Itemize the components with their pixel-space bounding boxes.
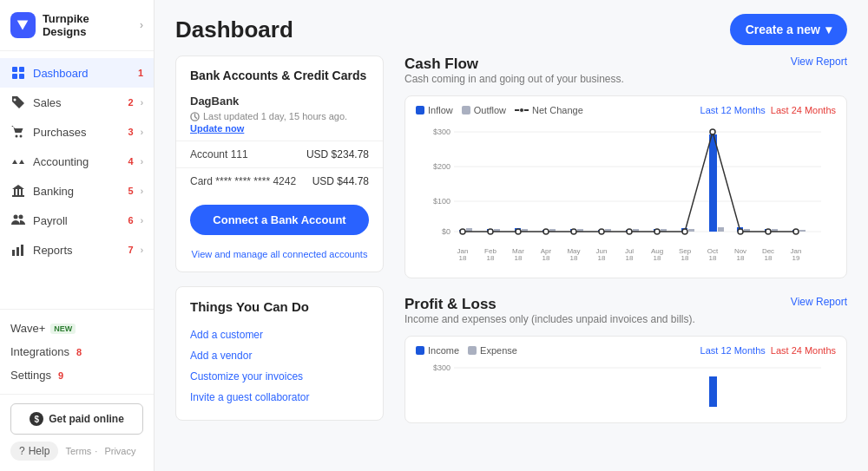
cashflow-view-report-link[interactable]: View Report: [791, 56, 847, 68]
svg-point-46: [460, 229, 465, 234]
terms-link[interactable]: Terms: [65, 446, 91, 456]
separator: ·: [95, 446, 97, 456]
main-header: Dashboard Create a new ▾: [155, 0, 868, 56]
inflow-legend: Inflow: [416, 105, 453, 115]
expense-dot: [468, 346, 477, 355]
people-icon: [10, 213, 26, 228]
bank-name: DagBank: [176, 91, 383, 109]
main-body: Bank Accounts & Credit Cards DagBank Las…: [155, 56, 868, 471]
sidebar-secondary: Wave+ NEW Integrations 8 Settings 9: [0, 309, 154, 394]
svg-rect-9: [16, 247, 19, 256]
profit-chart-controls: Income Expense Last 12 Months Last 24 Mo…: [416, 345, 836, 356]
add-vendor-link[interactable]: Add a vendor: [190, 345, 369, 366]
svg-rect-8: [12, 250, 15, 256]
cashflow-subtitle: Cash coming in and going out of your bus…: [404, 73, 624, 85]
profit-12-months-btn[interactable]: Last 12 Months: [700, 345, 766, 356]
profit-chart: $300: [416, 359, 836, 411]
purchases-label: Purchases: [33, 126, 120, 139]
svg-rect-45: [799, 230, 806, 232]
cashflow-12-months-btn[interactable]: Last 12 Months: [700, 105, 766, 115]
outflow-legend: Outflow: [462, 105, 506, 115]
scale-icon: [10, 154, 26, 169]
svg-text:$200: $200: [433, 162, 450, 171]
account-1-amount: USD $234.78: [306, 148, 369, 160]
app-chevron-icon: ›: [140, 19, 143, 31]
get-paid-button[interactable]: $ Get paid online: [10, 403, 143, 435]
svg-rect-41: [688, 229, 694, 232]
account-2-name: Card **** **** **** 4242: [190, 175, 296, 187]
accounting-chevron-icon: ›: [141, 157, 143, 167]
purchases-number: 3: [128, 127, 134, 137]
integrations-number: 8: [76, 347, 82, 357]
things-title: Things You Can Do: [190, 299, 369, 314]
integrations-label: Integrations: [10, 345, 69, 358]
profit-24-months-btn[interactable]: Last 24 Months: [771, 345, 836, 356]
accounting-label: Accounting: [33, 155, 120, 168]
help-row: ? Help Terms · Privacy: [10, 435, 143, 462]
update-now-link[interactable]: Update now: [176, 123, 383, 141]
sidebar-item-payroll[interactable]: Payroll 6 ›: [0, 206, 154, 235]
profit-view-report-link[interactable]: View Report: [791, 296, 847, 308]
sidebar-item-accounting[interactable]: Accounting 4 ›: [0, 147, 154, 176]
connect-bank-button[interactable]: Connect a Bank Account: [190, 205, 369, 235]
svg-point-47: [488, 229, 493, 234]
customize-invoices-link[interactable]: Customize your invoices: [190, 366, 369, 387]
invite-collaborator-link[interactable]: Invite a guest collaborator: [190, 387, 369, 408]
help-button[interactable]: ? Help: [10, 442, 58, 461]
bank-accounts-card: Bank Accounts & Credit Cards DagBank Las…: [175, 56, 384, 272]
sidebar-item-wave-plus[interactable]: Wave+ NEW: [10, 317, 143, 340]
tag-icon: [10, 95, 26, 110]
sidebar-item-banking[interactable]: Banking 5 ›: [0, 176, 154, 206]
last-updated-text: Last updated 1 day, 15 hours ago.: [203, 111, 347, 121]
app-logo[interactable]: Turnpike Designs ›: [0, 0, 154, 51]
create-new-chevron-icon: ▾: [825, 23, 832, 36]
sales-chevron-icon: ›: [141, 98, 143, 108]
banking-label: Banking: [33, 185, 120, 198]
sidebar-item-reports[interactable]: Reports 7 ›: [0, 235, 154, 265]
cashflow-24-months-btn[interactable]: Last 24 Months: [771, 105, 836, 115]
sidebar-item-settings[interactable]: Settings 9: [10, 363, 143, 387]
create-new-button[interactable]: Create a new ▾: [730, 14, 847, 45]
svg-point-50: [571, 229, 576, 234]
svg-point-56: [738, 229, 743, 234]
logo-icon: [10, 12, 36, 38]
dollar-icon: $: [30, 412, 43, 426]
dashboard-label: Dashboard: [33, 67, 129, 80]
sidebar-item-purchases[interactable]: Purchases 3 ›: [0, 117, 154, 147]
app-name: Turnpike Designs: [43, 12, 133, 38]
outflow-label: Outflow: [474, 105, 506, 115]
profit-subtitle: Income and expenses only (includes unpai…: [404, 313, 695, 325]
svg-rect-0: [12, 67, 17, 72]
sidebar-item-sales[interactable]: Sales 2 ›: [0, 88, 154, 117]
svg-rect-87: [709, 376, 717, 407]
outflow-dot: [462, 106, 470, 114]
cashflow-chart-area: Inflow Outflow Net Change: [404, 95, 847, 278]
add-customer-link[interactable]: Add a customer: [190, 324, 369, 345]
income-label: Income: [428, 345, 459, 356]
left-column: Bank Accounts & Credit Cards DagBank Las…: [175, 56, 384, 457]
svg-point-49: [543, 229, 549, 234]
page-title: Dashboard: [175, 16, 293, 43]
sidebar-item-dashboard[interactable]: Dashboard 1: [0, 58, 154, 88]
netchange-legend: Net Change: [515, 105, 583, 115]
help-icon: ?: [19, 445, 25, 457]
income-dot: [416, 346, 424, 355]
manage-accounts-link[interactable]: View and manage all connected accounts: [176, 245, 383, 271]
svg-text:18: 18: [542, 254, 550, 262]
cashflow-chart: $300 $200 $100 $0: [416, 119, 836, 266]
create-new-label: Create a new: [746, 23, 820, 36]
svg-point-54: [682, 229, 687, 234]
svg-point-57: [766, 229, 771, 234]
payroll-number: 6: [128, 215, 134, 226]
svg-text:18: 18: [654, 254, 661, 262]
svg-text:18: 18: [681, 254, 689, 262]
new-badge: NEW: [50, 324, 76, 334]
profit-title: Profit & Loss: [404, 296, 695, 313]
settings-number: 9: [58, 370, 63, 381]
svg-point-7: [19, 215, 23, 219]
sidebar-item-integrations[interactable]: Integrations 8: [10, 340, 143, 363]
svg-text:$0: $0: [442, 227, 450, 236]
reports-label: Reports: [33, 244, 120, 257]
netchange-line-icon: [515, 109, 529, 111]
privacy-link[interactable]: Privacy: [104, 446, 135, 456]
